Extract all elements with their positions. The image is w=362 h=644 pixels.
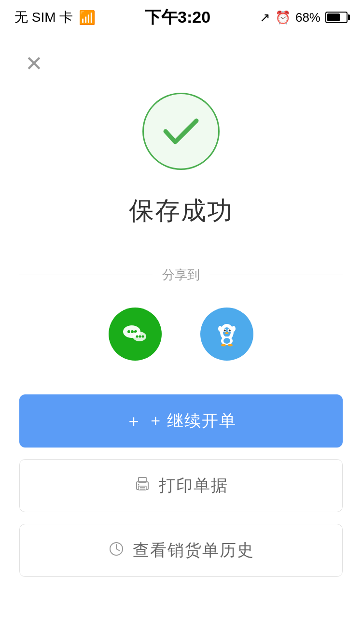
divider-right [209, 275, 343, 275]
battery-fill [327, 14, 340, 21]
print-label: 打印单据 [159, 475, 228, 497]
history-label: 查看销货单历史 [133, 539, 254, 561]
action-buttons: ＋ + 继续开单 打印单据 [19, 394, 343, 577]
clock-icon [108, 540, 125, 560]
status-left: 无 SIM 卡 📶 [14, 8, 96, 27]
svg-point-18 [223, 338, 230, 344]
svg-rect-23 [139, 486, 146, 490]
svg-point-2 [131, 330, 134, 333]
qq-icon [211, 318, 243, 350]
battery-percent: 68% [295, 10, 320, 25]
share-label: 分享到 [162, 266, 200, 283]
svg-point-19 [221, 344, 226, 347]
wechat-share-button[interactable] [109, 308, 162, 361]
continue-button[interactable]: ＋ + 继续开单 [19, 394, 343, 448]
svg-point-20 [228, 344, 233, 347]
status-time: 下午3:20 [145, 6, 210, 28]
plus-icon: ＋ [125, 410, 143, 432]
checkmark-icon [162, 117, 200, 146]
close-icon: ✕ [25, 53, 43, 74]
success-circle [142, 93, 220, 170]
print-button[interactable]: 打印单据 [19, 459, 343, 512]
svg-point-13 [229, 330, 231, 332]
divider-row: 分享到 [19, 266, 343, 283]
svg-point-6 [139, 336, 141, 338]
svg-point-15 [218, 326, 222, 332]
alarm-icon: ⏰ [275, 10, 291, 25]
svg-point-16 [232, 326, 236, 332]
svg-point-26 [138, 484, 139, 486]
svg-line-29 [116, 549, 120, 551]
wifi-icon: 📶 [79, 10, 96, 26]
share-icons [109, 308, 253, 361]
sim-status: 无 SIM 卡 [14, 8, 73, 27]
status-bar: 无 SIM 卡 📶 下午3:20 ↗ ⏰ 68% [0, 0, 362, 35]
svg-point-7 [142, 336, 144, 338]
divider-left [19, 275, 153, 275]
close-button[interactable]: ✕ [19, 49, 48, 78]
svg-point-1 [127, 330, 130, 333]
main-content: ✕ 保存成功 分享到 [0, 35, 362, 644]
continue-label: + 继续开单 [151, 410, 236, 432]
svg-point-12 [224, 330, 226, 332]
svg-point-5 [136, 336, 139, 338]
success-area: 保存成功 [129, 93, 233, 228]
svg-point-14 [225, 332, 229, 334]
wechat-icon [119, 318, 151, 350]
qq-share-button[interactable] [200, 308, 253, 361]
history-button[interactable]: 查看销货单历史 [19, 524, 343, 577]
print-icon [134, 476, 151, 496]
status-right: ↗ ⏰ 68% [260, 10, 348, 25]
location-icon: ↗ [260, 10, 270, 25]
success-title: 保存成功 [129, 194, 233, 228]
battery-bar [325, 12, 348, 23]
share-section: 分享到 [19, 266, 343, 394]
